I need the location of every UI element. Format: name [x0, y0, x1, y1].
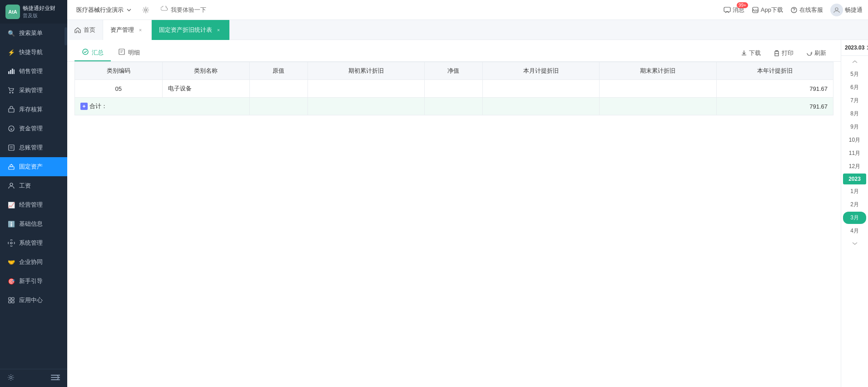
sidebar-item-search[interactable]: 🔍 搜索菜单	[0, 24, 67, 43]
download-btn[interactable]: 下载	[737, 47, 764, 59]
topbar-right: 消息 99+ App App下载 在线客服 畅捷通	[724, 4, 863, 16]
sidebar-item-app-center[interactable]: 应用中心	[0, 291, 67, 310]
subtab-detail[interactable]: 明细	[111, 45, 147, 61]
payroll-icon	[7, 182, 15, 190]
refresh-btn[interactable]: 刷新	[803, 47, 830, 59]
panel-month-2[interactable]: 2月	[843, 198, 866, 211]
user-avatar-btn[interactable]: 畅捷通	[830, 4, 863, 16]
cell-net	[425, 80, 483, 98]
tab-depreciation-close-btn[interactable]: ×	[215, 26, 222, 34]
total-monthly	[482, 98, 600, 115]
fixed-assets-icon	[7, 163, 15, 171]
topbar-settings-btn[interactable]	[139, 3, 153, 17]
experience-label: 我要体验一下	[171, 6, 206, 14]
tabbar: 首页 资产管理 × 固定资产折旧统计表 ×	[67, 20, 868, 40]
refresh-icon	[806, 50, 813, 56]
panel-month-10[interactable]: 10月	[843, 134, 866, 146]
svg-rect-32	[119, 49, 124, 55]
depreciation-table: 类别编码 类别名称 原值 期初累计折旧 净值 本月计提折旧 期末累计折旧 本年计…	[74, 62, 833, 115]
sidebar-item-payroll[interactable]: 工资	[0, 176, 67, 195]
sidebar-item-base-info[interactable]: ℹ️ 基础信息	[0, 214, 67, 233]
panel-month-7[interactable]: 7月	[843, 94, 866, 107]
svg-point-29	[794, 11, 794, 12]
svg-rect-23	[51, 379, 60, 380]
message-badge: 99+	[737, 2, 748, 8]
sidebar-item-guide[interactable]: 🎯 新手引导	[0, 272, 67, 291]
purchase-icon	[7, 86, 15, 94]
col-category-name: 类别名称	[162, 62, 250, 80]
cell-name: 电子设备	[162, 80, 250, 98]
sidebar-item-enterprise[interactable]: 🤝 企业协同	[0, 253, 67, 272]
download-icon	[741, 50, 747, 56]
panel-month-3[interactable]: 3月	[843, 212, 866, 224]
quick-nav-icon: ⚡	[7, 48, 15, 56]
main-area: 医疗器械行业演示 我要体验一下 消息 99+ App App下载 在	[67, 0, 868, 387]
svg-rect-3	[14, 69, 15, 74]
sidebar-item-quick-nav[interactable]: ⚡ 快捷导航	[0, 43, 67, 62]
svg-rect-6	[9, 109, 14, 112]
app-download-btn[interactable]: App App下载	[752, 6, 783, 14]
sidebar-item-fixed-assets[interactable]: 固定资产	[0, 157, 67, 176]
sidebar-item-inventory[interactable]: 库存核算	[0, 100, 67, 119]
sidebar-item-ledger[interactable]: 总账管理	[0, 138, 67, 157]
sidebar-item-operations[interactable]: 📈 经营管理	[0, 195, 67, 214]
svg-point-24	[145, 9, 147, 11]
tab-asset-close-btn[interactable]: ×	[137, 26, 144, 34]
avatar	[830, 4, 843, 16]
tab-home[interactable]: 首页	[67, 20, 103, 40]
panel-month-1[interactable]: 1月	[843, 185, 866, 198]
sidebar-bottom	[0, 369, 67, 387]
svg-text:App: App	[752, 8, 759, 12]
sidebar-item-finance[interactable]: ¥ 资金管理	[0, 119, 67, 138]
panel-close-btn[interactable]	[866, 43, 868, 53]
subtab-summary-label: 汇总	[92, 49, 104, 57]
sidebar-item-system[interactable]: 系统管理	[0, 233, 67, 253]
svg-rect-19	[12, 301, 14, 303]
message-btn[interactable]: 消息 99+	[724, 6, 744, 14]
app-logo-text: 畅捷通好业财 普及版	[23, 5, 55, 19]
tab-asset-management[interactable]: 资产管理 ×	[103, 20, 152, 40]
panel-year-marker: 2023	[843, 174, 866, 184]
total-annual: 791.67	[716, 98, 833, 115]
total-label-cell: 合计：	[75, 98, 250, 115]
panel-month-8[interactable]: 8月	[843, 108, 866, 120]
collapse-icon[interactable]	[51, 374, 60, 382]
panel-month-4[interactable]: 4月	[843, 225, 866, 237]
finance-icon: ¥	[7, 124, 15, 133]
sidebar-item-purchase[interactable]: 采购管理	[0, 81, 67, 100]
tab-asset-label: 资产管理	[110, 26, 134, 34]
online-service-btn[interactable]: 在线客服	[790, 6, 823, 14]
print-btn[interactable]: 打印	[770, 47, 797, 59]
sidebar-item-sales[interactable]: 销售管理	[0, 62, 67, 81]
sidebar: AtA 畅捷通好业财 普及版 🔍 搜索菜单 ⚡ 快捷导航 销售管理 采购管理	[0, 0, 67, 387]
guide-icon: 🎯	[7, 277, 15, 285]
search-icon: 🔍	[7, 29, 15, 37]
summary-icon	[82, 48, 89, 57]
cell-annual: 791.67	[716, 80, 833, 98]
experience-btn[interactable]: 我要体验一下	[156, 4, 211, 16]
svg-rect-35	[775, 54, 779, 56]
panel-scroll-up[interactable]	[850, 57, 860, 67]
panel-month-9[interactable]: 9月	[843, 121, 866, 133]
company-selector[interactable]: 医疗器械行业演示	[73, 4, 135, 16]
col-monthly-dep: 本月计提折旧	[482, 62, 600, 80]
panel-month-12[interactable]: 12月	[843, 160, 866, 173]
panel-month-5[interactable]: 5月	[843, 68, 866, 80]
inventory-icon	[7, 105, 15, 114]
content-main: 汇总 明细 下载 打印	[67, 40, 841, 387]
tab-home-label: 首页	[84, 26, 95, 34]
base-info-icon: ℹ️	[7, 220, 15, 228]
svg-rect-21	[51, 375, 60, 376]
panel-scroll-down[interactable]	[850, 238, 860, 248]
svg-rect-0	[8, 71, 10, 74]
company-name: 医疗器械行业演示	[76, 6, 124, 14]
svg-rect-1	[10, 70, 11, 74]
panel-month-11[interactable]: 11月	[843, 147, 866, 159]
subtab-summary[interactable]: 汇总	[74, 45, 111, 61]
settings-gear-icon[interactable]	[7, 374, 15, 382]
panel-month-6[interactable]: 6月	[843, 81, 866, 94]
content-area: 汇总 明细 下载 打印	[67, 40, 868, 387]
tab-depreciation[interactable]: 固定资产折旧统计表 ×	[152, 20, 230, 40]
system-icon	[7, 239, 15, 247]
svg-rect-36	[775, 50, 778, 51]
